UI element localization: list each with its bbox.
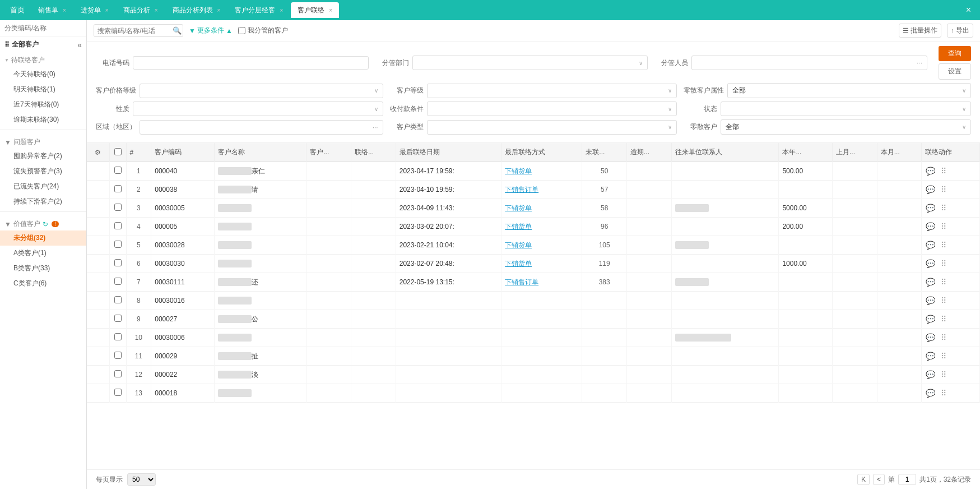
sidebar-item-declining[interactable]: 持续下滑客户(2) <box>0 194 86 209</box>
manager-dots-icon[interactable]: ··· <box>917 59 922 67</box>
department-select[interactable]: ∨ <box>412 56 648 70</box>
row-checkbox[interactable] <box>114 352 122 359</box>
message-action-icon[interactable]: 💬 <box>925 166 935 176</box>
method-link[interactable]: 下销售订单 <box>505 278 538 286</box>
grid-action-icon[interactable]: ⠿ <box>939 203 949 213</box>
grid-action-icon[interactable]: ⠿ <box>939 351 949 361</box>
my-customers-check[interactable] <box>238 27 245 34</box>
grid-action-icon[interactable]: ⠿ <box>939 388 949 398</box>
sidebar-item-churn-warning[interactable]: 流失预警客户(3) <box>0 164 86 179</box>
settings-col-header[interactable]: ⚙ <box>87 143 109 162</box>
tab-sales-order[interactable]: 销售单 × <box>31 2 73 18</box>
grid-action-icon[interactable]: ⠿ <box>939 277 949 287</box>
sidebar-search-input[interactable] <box>4 24 87 32</box>
method-link[interactable]: 下销货单 <box>505 260 532 267</box>
row-checkbox[interactable] <box>114 296 122 303</box>
message-action-icon[interactable]: 💬 <box>925 351 935 361</box>
row-checkbox[interactable] <box>114 204 122 211</box>
sidebar-item-overdue-pending[interactable]: 逾期未联络(30) <box>0 112 86 127</box>
message-action-icon[interactable]: 💬 <box>925 388 935 398</box>
manager-select[interactable]: ··· <box>691 56 927 70</box>
select-all-checkbox[interactable] <box>114 148 122 155</box>
sidebar-item-class-c[interactable]: C类客户(6) <box>0 276 86 291</box>
message-action-icon[interactable]: 💬 <box>925 259 935 269</box>
method-link[interactable]: 下销售订单 <box>505 186 538 193</box>
top-close-button[interactable]: × <box>962 5 976 15</box>
grid-action-icon[interactable]: ⠿ <box>939 333 949 343</box>
grid-action-icon[interactable]: ⠿ <box>939 240 949 250</box>
home-tab[interactable]: 首页 <box>4 5 30 15</box>
search-icon[interactable]: 🔍 <box>173 26 182 35</box>
row-checkbox[interactable] <box>114 241 122 248</box>
message-action-icon[interactable]: 💬 <box>925 277 935 287</box>
tab-purchase-order[interactable]: 进货单 × <box>74 2 115 18</box>
region-dots-icon[interactable]: ··· <box>373 123 378 131</box>
row-checkbox[interactable] <box>114 315 122 322</box>
message-action-icon[interactable]: 💬 <box>925 184 935 195</box>
row-checkbox[interactable] <box>114 370 122 377</box>
grid-action-icon[interactable]: ⠿ <box>939 259 949 269</box>
message-action-icon[interactable]: 💬 <box>925 333 935 343</box>
gear-icon[interactable]: ⚙ <box>95 149 101 156</box>
retail-customer-select[interactable]: 全部 ∨ <box>721 119 971 135</box>
close-product-analysis-list-icon[interactable]: × <box>217 7 221 13</box>
method-link[interactable]: 下销货单 <box>505 241 532 249</box>
sidebar-collapse-icon[interactable]: « <box>77 40 82 49</box>
sidebar-item-tomorrow-pending[interactable]: 明天待联络(1) <box>0 82 86 97</box>
grid-action-icon[interactable]: ⠿ <box>939 184 949 195</box>
tab-product-analysis[interactable]: 商品分析 × <box>117 2 165 18</box>
message-action-icon[interactable]: 💬 <box>925 203 935 213</box>
close-product-analysis-icon[interactable]: × <box>155 7 158 13</box>
reset-button[interactable]: 设置 <box>939 63 971 80</box>
status-select[interactable]: ∨ <box>721 102 971 116</box>
method-link[interactable]: 下销货单 <box>505 223 532 230</box>
close-customer-tier-icon[interactable]: × <box>280 7 283 13</box>
grid-action-icon[interactable]: ⠿ <box>939 370 949 380</box>
grid-action-icon[interactable]: ⠿ <box>939 296 949 306</box>
row-checkbox[interactable] <box>114 259 122 266</box>
row-checkbox[interactable] <box>114 278 122 285</box>
row-checkbox[interactable] <box>114 167 122 174</box>
batch-ops-btn[interactable]: ☰ 批量操作 <box>899 24 941 38</box>
region-select[interactable]: ··· <box>140 120 383 135</box>
first-page-btn[interactable]: K <box>857 474 870 485</box>
row-checkbox[interactable] <box>114 333 122 340</box>
message-action-icon[interactable]: 💬 <box>925 296 935 306</box>
more-conditions-btn[interactable]: ▼ 更多条件 ▲ <box>189 26 233 35</box>
close-sales-order-icon[interactable]: × <box>63 7 66 13</box>
row-checkbox[interactable] <box>114 185 122 192</box>
sidebar-item-churned[interactable]: 已流失客户(24) <box>0 179 86 194</box>
search-input[interactable] <box>97 27 170 35</box>
query-button[interactable]: 查询 <box>939 46 971 61</box>
nature-select[interactable]: ∨ <box>133 102 383 116</box>
sidebar-item-hoarding-abnormal[interactable]: 囤购异常客户(2) <box>0 149 86 164</box>
tab-customer-tier[interactable]: 客户分层经客 × <box>228 2 290 18</box>
method-link[interactable]: 下销货单 <box>505 167 532 175</box>
sidebar-item-7days-pending[interactable]: 近7天待联络(0) <box>0 97 86 112</box>
grid-action-icon[interactable]: ⠿ <box>939 166 949 176</box>
customer-type-select[interactable]: ∨ <box>427 120 677 135</box>
phone-input[interactable] <box>133 56 369 70</box>
message-action-icon[interactable]: 💬 <box>925 314 935 324</box>
retail-attr-select[interactable]: 全部 ∨ <box>727 83 971 98</box>
tab-customer-contact[interactable]: 客户联络 × <box>291 2 339 18</box>
row-checkbox[interactable] <box>114 222 122 229</box>
row-checkbox[interactable] <box>114 389 122 396</box>
customer-level-select[interactable]: ∨ <box>427 84 677 98</box>
sidebar-item-class-b[interactable]: B类客户(33) <box>0 261 86 276</box>
all-customers-header[interactable]: ⠿ 全部客户 « <box>0 36 86 53</box>
refresh-icon[interactable]: ↻ <box>43 220 48 228</box>
tab-product-analysis-list[interactable]: 商品分析列表 × <box>166 2 227 18</box>
price-level-select[interactable]: ∨ <box>140 84 383 98</box>
grid-action-icon[interactable]: ⠿ <box>939 314 949 324</box>
payment-terms-select[interactable]: ∨ <box>427 102 677 116</box>
grid-action-icon[interactable]: ⠿ <box>939 222 949 232</box>
sidebar-item-today-pending[interactable]: 今天待联络(0) <box>0 67 86 82</box>
method-link[interactable]: 下销货单 <box>505 204 532 212</box>
page-number-input[interactable] <box>898 474 916 485</box>
message-action-icon[interactable]: 💬 <box>925 222 935 232</box>
sidebar-item-class-a[interactable]: A类客户(1) <box>0 246 86 261</box>
close-purchase-order-icon[interactable]: × <box>105 7 109 13</box>
message-action-icon[interactable]: 💬 <box>925 240 935 250</box>
export-btn[interactable]: ↑ 导出 <box>947 24 973 38</box>
